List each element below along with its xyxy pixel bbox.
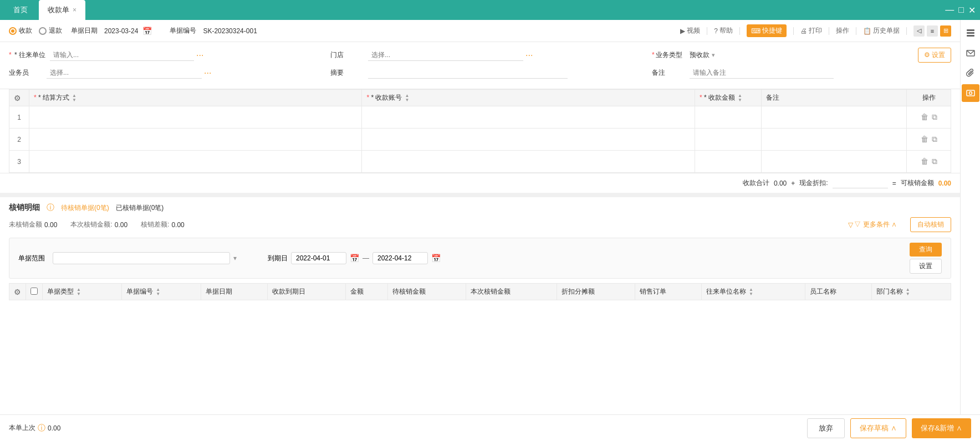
row1-account[interactable] xyxy=(362,106,695,129)
bottom-gear-icon[interactable]: ⚙ xyxy=(14,288,21,296)
bth-due-date: 收款到期日 xyxy=(267,284,346,300)
hexiao-section: 核销明细 ⓘ 待核销单据(0笔) 已核销单据(0笔) 未核销金额 0.00 本次… xyxy=(0,197,960,306)
summary-input[interactable] xyxy=(368,67,568,79)
salesman-input[interactable] xyxy=(47,67,202,79)
radio-label-shoukuan: 收款 xyxy=(19,26,32,35)
calendar-icon[interactable]: 📅 xyxy=(142,27,152,35)
row3-remarks[interactable] xyxy=(761,151,906,173)
select-all-checkbox[interactable] xyxy=(30,288,38,295)
hexiao-info-icon[interactable]: ⓘ xyxy=(47,203,54,213)
th-account: * * 收款账号 ▲ ▼ xyxy=(362,90,695,106)
stat-current: 本次核销金额: 0.00 xyxy=(70,220,127,229)
range-arrow[interactable]: ▾ xyxy=(233,254,237,262)
discount-input[interactable] xyxy=(833,178,888,188)
per-order-value: 0.00 xyxy=(48,424,60,432)
table-row: 3 🗑 ⧉ xyxy=(9,151,951,173)
business-type-arrow[interactable]: ▾ xyxy=(712,52,715,59)
date-end-input[interactable] xyxy=(372,252,428,264)
row1-actions: 🗑 ⧉ xyxy=(907,106,951,129)
filter-settings-btn[interactable]: 设置 xyxy=(910,259,942,274)
date-label: 单据日期 xyxy=(71,26,98,35)
print-btn[interactable]: 🖨 打印 xyxy=(800,26,822,35)
row3-settlement[interactable] xyxy=(29,151,362,173)
maximize-btn[interactable]: □ xyxy=(958,5,964,16)
sidebar-mail-icon[interactable] xyxy=(962,44,979,62)
history-btn[interactable]: 📋 历史单据 xyxy=(863,26,900,35)
delete-icon-2[interactable]: 🗑 xyxy=(921,135,928,144)
delete-icon-1[interactable]: 🗑 xyxy=(921,112,928,122)
copy-icon-2[interactable]: ⧉ xyxy=(932,135,937,144)
sort-dept: ▲ ▼ xyxy=(906,288,910,296)
radio-shoukuan[interactable]: 收款 xyxy=(9,26,32,35)
shortcut-btn[interactable]: ⌨ 快捷键 xyxy=(747,24,787,37)
footer-info-icon[interactable]: ⓘ xyxy=(38,423,45,433)
tab-home[interactable]: 首页 xyxy=(4,0,37,20)
row1-settlement[interactable] xyxy=(29,106,362,129)
counterpart-more-btn[interactable]: ··· xyxy=(196,50,203,60)
minimize-btn[interactable]: — xyxy=(945,5,954,16)
row2-settlement[interactable] xyxy=(29,129,362,151)
business-type-field: *业务类型 预收款 ▾ ⚙ 设置 xyxy=(652,48,951,63)
delete-icon-3[interactable]: 🗑 xyxy=(921,157,928,166)
row1-amount[interactable] xyxy=(695,106,761,129)
save-draft-btn[interactable]: 保存草稿 ∧ xyxy=(850,418,906,438)
gear-icon[interactable]: ⚙ xyxy=(14,94,21,102)
auto-hexiao-btn[interactable]: 自动核销 xyxy=(910,217,951,232)
help-btn[interactable]: ? 帮助 xyxy=(714,26,733,35)
summary-row: 收款合计 0.00 + 现金折扣: = 可核销金额 0.00 xyxy=(0,173,960,193)
business-type-value: 预收款 xyxy=(690,50,710,60)
sidebar-table-icon[interactable] xyxy=(962,24,979,42)
radio-tuikuan[interactable]: 退款 xyxy=(39,26,62,35)
remarks-input[interactable] xyxy=(690,67,834,79)
video-btn[interactable]: ▶ 视频 xyxy=(680,26,700,35)
th-settlement: * * 结算方式 ▲ ▼ xyxy=(29,90,362,106)
row1-remarks[interactable] xyxy=(761,106,906,129)
operate-btn[interactable]: 操作 xyxy=(836,26,849,35)
done-btn[interactable]: 已核销单据(0笔) xyxy=(116,203,164,213)
calendar-end-icon[interactable]: 📅 xyxy=(431,254,441,263)
row2-remarks[interactable] xyxy=(761,129,906,151)
save-new-btn[interactable]: 保存&新增 ∧ xyxy=(912,418,971,438)
settings-btn[interactable]: ⚙ 设置 xyxy=(918,48,951,63)
copy-icon-1[interactable]: ⧉ xyxy=(932,112,937,122)
view-form[interactable]: ⊞ xyxy=(940,25,951,37)
more-conditions-btn[interactable]: ▽ ▽ 更多条件 ∧ xyxy=(848,220,897,229)
query-btn[interactable]: 查询 xyxy=(910,243,942,257)
row3-amount[interactable] xyxy=(695,151,761,173)
salesman-more-btn[interactable]: ··· xyxy=(204,68,211,78)
bth-amount: 金额 xyxy=(346,284,387,300)
tab-close-icon[interactable]: × xyxy=(73,6,76,14)
range-label: 单据范围 xyxy=(18,254,45,263)
net-value: 0.00 xyxy=(938,180,951,187)
copy-icon-3[interactable]: ⧉ xyxy=(932,157,937,166)
salesman-field: 业务员 ··· xyxy=(9,67,308,79)
tab-current[interactable]: 收款单 × xyxy=(39,0,85,20)
unchecked-value: 0.00 xyxy=(44,221,57,229)
range-input[interactable] xyxy=(53,252,230,264)
bth-discount: 折扣分摊额 xyxy=(557,284,635,300)
row3-account[interactable] xyxy=(362,151,695,173)
store-more-btn[interactable]: ··· xyxy=(525,50,533,60)
bth-checkbox xyxy=(26,284,43,300)
bottom-table-header: ⚙ 单据类型 ▲ ▼ xyxy=(9,284,951,300)
abandon-btn[interactable]: 放弃 xyxy=(807,418,845,438)
svg-rect-1 xyxy=(967,32,974,34)
view-prev[interactable]: ◁ xyxy=(913,25,925,37)
divider4 xyxy=(829,27,829,35)
current-label: 本次核销金额: xyxy=(70,220,112,229)
sidebar-screenshot-icon[interactable] xyxy=(962,84,979,102)
row2-amount[interactable] xyxy=(695,129,761,151)
view-list[interactable]: ≡ xyxy=(927,25,938,37)
divider1 xyxy=(707,27,707,35)
salesman-label: 业务员 xyxy=(9,68,42,78)
pending-btn[interactable]: 待核销单据(0笔) xyxy=(61,203,109,213)
business-type-label: *业务类型 xyxy=(652,50,685,60)
calendar-start-icon[interactable]: 📅 xyxy=(350,254,359,263)
bill-date-field: 单据日期 2023-03-24 📅 xyxy=(71,26,152,35)
row2-account[interactable] xyxy=(362,129,695,151)
date-start-input[interactable] xyxy=(291,252,346,264)
store-input[interactable] xyxy=(368,49,523,61)
close-btn[interactable]: ✕ xyxy=(968,5,976,16)
sidebar-paperclip-icon[interactable] xyxy=(962,64,979,82)
counterpart-input[interactable] xyxy=(50,49,194,61)
